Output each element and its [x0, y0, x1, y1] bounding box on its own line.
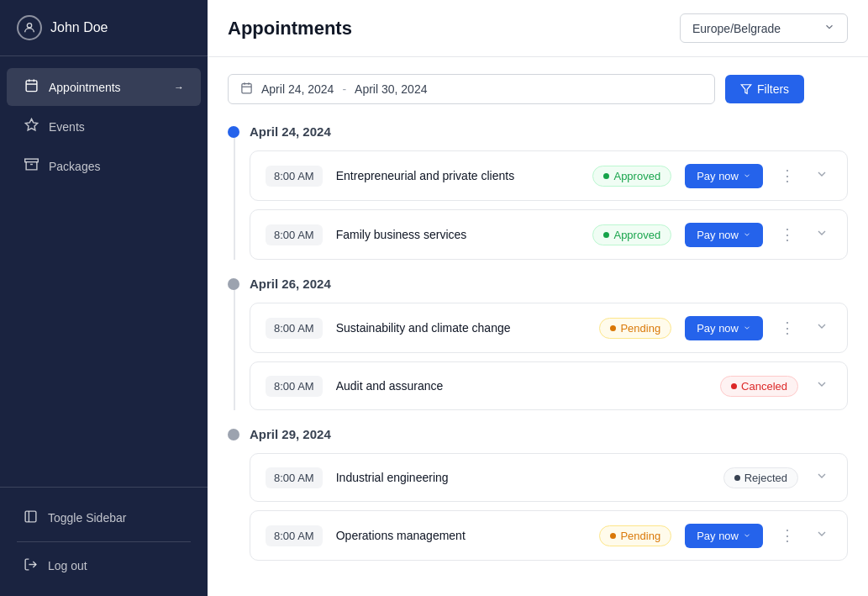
status-badge: Canceled: [720, 376, 798, 397]
date-dot: [228, 126, 239, 138]
expand-button[interactable]: [812, 466, 832, 489]
appointments-list: 8:00 AMIndustrial engineeringRejected8:0…: [250, 453, 848, 561]
svg-rect-1: [26, 81, 37, 92]
date-dot: [228, 278, 239, 290]
appointment-name: Family business services: [336, 228, 580, 241]
sidebar-item-events[interactable]: Events: [7, 108, 201, 145]
status-badge: Rejected: [723, 467, 798, 488]
timezone-value: Europe/Belgrade: [692, 22, 781, 35]
date-to: April 30, 2024: [355, 82, 427, 96]
timezone-dropdown[interactable]: Europe/Belgrade: [680, 13, 848, 43]
expand-button[interactable]: [812, 374, 832, 398]
appointment-name: Industrial engineering: [336, 471, 710, 484]
user-avatar: [17, 15, 42, 40]
date-row: April 26, 2024: [228, 277, 848, 291]
timeline-group-2: April 29, 20248:00 AMIndustrial engineer…: [228, 427, 848, 561]
appointments-list: 8:00 AMEntrepreneurial and private clien…: [250, 150, 848, 260]
expand-button[interactable]: [812, 164, 832, 187]
expand-button[interactable]: [812, 316, 832, 340]
status-badge: Pending: [599, 525, 671, 546]
chevron-down-icon: [743, 531, 751, 540]
pay-now-button[interactable]: Pay now: [685, 524, 763, 548]
filter-bar: April 24, 2024 - April 30, 2024 Filters: [228, 74, 848, 104]
appointments-icon: [24, 78, 39, 96]
more-options-button[interactable]: ⋮: [776, 523, 798, 548]
chevron-down-icon: [815, 527, 829, 541]
appointment-time: 8:00 AM: [266, 467, 323, 488]
sidebar-item-packages[interactable]: Packages: [7, 147, 201, 185]
sidebar: John Doe Appointments → Events: [0, 0, 208, 596]
appointment-card: 8:00 AMOperations managementPendingPay n…: [250, 510, 848, 561]
appointments-arrow-icon: →: [174, 82, 184, 93]
chevron-down-icon: [815, 469, 829, 483]
svg-marker-5: [25, 119, 37, 129]
chevron-down-icon: [743, 324, 751, 332]
timeline-group-1: April 26, 20248:00 AMSustainability and …: [228, 277, 848, 410]
date-row: April 29, 2024: [228, 427, 848, 441]
filter-icon: [740, 83, 752, 95]
chevron-down-icon: [743, 171, 751, 180]
appointment-card: 8:00 AMEntrepreneurial and private clien…: [250, 150, 848, 201]
appointment-name: Sustainability and climate change: [336, 321, 587, 335]
main-body: April 24, 2024 - April 30, 2024 Filters …: [208, 57, 868, 596]
appointment-name: Audit and assurance: [336, 379, 707, 393]
chevron-down-icon: [823, 21, 835, 35]
appointment-time: 8:00 AM: [266, 166, 323, 187]
filters-button[interactable]: Filters: [725, 75, 804, 103]
status-badge: Pending: [599, 318, 671, 339]
toggle-sidebar-button[interactable]: Toggle Sidebar: [7, 499, 201, 536]
main-header: Appointments Europe/Belgrade: [208, 0, 868, 57]
chevron-down-icon: [815, 167, 829, 181]
logout-button[interactable]: Log out: [7, 547, 201, 584]
events-icon: [24, 118, 39, 135]
more-options-button[interactable]: ⋮: [776, 163, 798, 188]
status-dot: [734, 475, 740, 481]
date-dot: [228, 429, 239, 440]
sidebar-item-appointments[interactable]: Appointments →: [7, 68, 201, 106]
date-label: April 26, 2024: [250, 277, 331, 291]
filters-label: Filters: [757, 82, 789, 96]
logout-icon: [24, 557, 38, 574]
pay-now-button[interactable]: Pay now: [685, 316, 763, 340]
appointments-list: 8:00 AMSustainability and climate change…: [250, 303, 848, 410]
more-options-button[interactable]: ⋮: [776, 222, 798, 247]
more-options-button[interactable]: ⋮: [776, 315, 798, 340]
calendar-icon: [240, 82, 253, 97]
user-profile[interactable]: John Doe: [0, 0, 208, 56]
date-label: April 24, 2024: [250, 124, 331, 139]
date-range-picker[interactable]: April 24, 2024 - April 30, 2024: [228, 74, 715, 104]
pay-now-button[interactable]: Pay now: [685, 164, 763, 188]
appointment-time: 8:00 AM: [266, 224, 323, 245]
status-dot: [610, 533, 616, 539]
status-dot: [731, 383, 737, 389]
sidebar-item-packages-label: Packages: [49, 160, 100, 173]
sidebar-divider: [17, 541, 191, 542]
expand-button[interactable]: [812, 524, 832, 547]
toggle-sidebar-icon: [24, 509, 38, 526]
appointment-card: 8:00 AMSustainability and climate change…: [250, 303, 848, 353]
svg-rect-6: [24, 159, 38, 162]
status-dot: [610, 325, 616, 331]
toggle-sidebar-label: Toggle Sidebar: [48, 511, 126, 525]
status-dot: [603, 173, 609, 179]
appointment-card: 8:00 AMFamily business servicesApprovedP…: [250, 209, 848, 260]
expand-button[interactable]: [812, 223, 832, 246]
svg-rect-11: [242, 84, 251, 93]
pay-now-button[interactable]: Pay now: [685, 223, 763, 247]
appointment-time: 8:00 AM: [266, 376, 323, 397]
chevron-down-icon: [815, 319, 829, 333]
svg-point-0: [27, 24, 31, 28]
appointment-time: 8:00 AM: [266, 525, 323, 546]
appointment-name: Operations management: [336, 529, 587, 542]
status-badge: Approved: [592, 224, 671, 245]
appointment-time: 8:00 AM: [266, 318, 323, 339]
date-from: April 24, 2024: [261, 82, 334, 96]
packages-icon: [24, 157, 39, 175]
main-content: Appointments Europe/Belgrade April 24, 2…: [208, 0, 868, 596]
sidebar-item-events-label: Events: [49, 120, 85, 134]
user-name: John Doe: [50, 20, 108, 35]
sidebar-bottom: Toggle Sidebar Log out: [0, 487, 208, 596]
status-badge: Approved: [592, 166, 671, 187]
chevron-down-icon: [815, 377, 829, 391]
svg-marker-15: [741, 85, 751, 94]
